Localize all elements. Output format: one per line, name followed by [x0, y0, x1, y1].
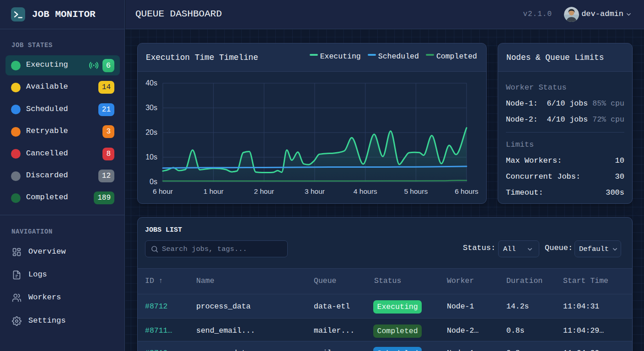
svg-text:2 hour: 2 hour: [254, 187, 274, 195]
svg-text:4 hours: 4 hours: [354, 187, 377, 195]
svg-text:40s: 40s: [145, 79, 157, 87]
svg-text:6 hour: 6 hour: [153, 187, 173, 195]
svg-text:3 hour: 3 hour: [305, 187, 325, 195]
svg-text:5 hours: 5 hours: [404, 187, 428, 195]
svg-text:6 hours: 6 hours: [455, 187, 478, 195]
svg-text:30s: 30s: [145, 104, 157, 112]
svg-text:20s: 20s: [145, 128, 157, 136]
svg-text:10s: 10s: [145, 153, 157, 161]
svg-text:1 hour: 1 hour: [204, 187, 224, 195]
svg-text:0s: 0s: [150, 178, 157, 186]
